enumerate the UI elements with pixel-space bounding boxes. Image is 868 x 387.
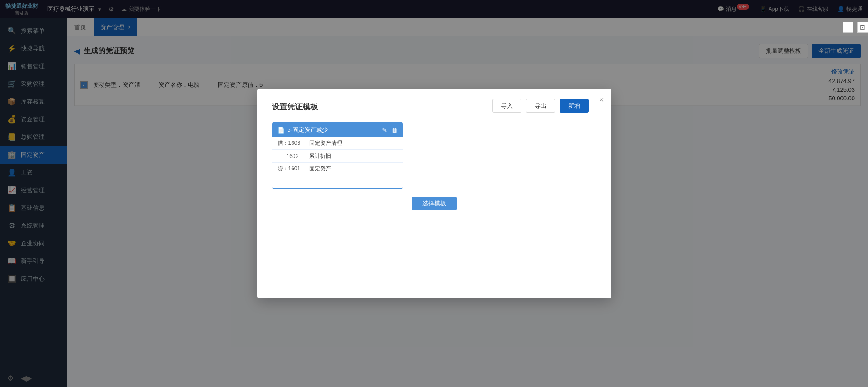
template-title: 📄 5-固定资产减少 bbox=[278, 126, 328, 134]
minimize-btn[interactable]: — bbox=[843, 22, 853, 33]
template-name: 5-固定资产减少 bbox=[288, 126, 328, 134]
template-delete-btn[interactable]: 🗑 bbox=[392, 127, 397, 134]
credit-label-3: 贷：1601 bbox=[278, 165, 309, 173]
account-name-2: 累计折旧 bbox=[309, 152, 352, 160]
template-card: 📄 5-固定资产减少 ✎ 🗑 借：1606 固定资产清理 1602 累计折旧 bbox=[272, 122, 403, 189]
debit-label-1: 借：1606 bbox=[278, 139, 309, 147]
export-btn[interactable]: 导出 bbox=[526, 99, 555, 113]
template-row-empty bbox=[272, 175, 403, 188]
template-row-3: 贷：1601 固定资产 bbox=[272, 163, 403, 175]
modal: × 设置凭证模板 导入 导出 新增 📄 5-固定资产减少 ✎ 🗑 借：160 bbox=[257, 89, 611, 298]
account-name-3: 固定资产 bbox=[309, 165, 352, 173]
template-card-actions: ✎ 🗑 bbox=[382, 127, 397, 134]
maximize-btn[interactable]: ⊡ bbox=[857, 22, 868, 33]
template-row-2: 1602 累计折旧 bbox=[272, 150, 403, 163]
select-template-btn[interactable]: 选择模板 bbox=[412, 197, 457, 210]
debit-label-2: 1602 bbox=[278, 153, 309, 159]
template-edit-btn[interactable]: ✎ bbox=[382, 127, 387, 134]
import-btn[interactable]: 导入 bbox=[492, 99, 521, 113]
modal-action-buttons: 导入 导出 新增 bbox=[492, 99, 589, 113]
template-card-header: 📄 5-固定资产减少 ✎ 🗑 bbox=[272, 123, 403, 137]
window-controls: — ⊡ bbox=[843, 22, 868, 33]
new-template-btn[interactable]: 新增 bbox=[560, 99, 589, 113]
template-card-body: 借：1606 固定资产清理 1602 累计折旧 贷：1601 固定资产 bbox=[272, 137, 403, 188]
template-doc-icon: 📄 bbox=[278, 127, 285, 134]
account-name-1: 固定资产清理 bbox=[309, 139, 352, 147]
modal-overlay[interactable]: × 设置凭证模板 导入 导出 新增 📄 5-固定资产减少 ✎ 🗑 借：160 bbox=[0, 0, 868, 387]
template-row-1: 借：1606 固定资产清理 bbox=[272, 137, 403, 150]
modal-close-btn[interactable]: × bbox=[599, 95, 604, 105]
